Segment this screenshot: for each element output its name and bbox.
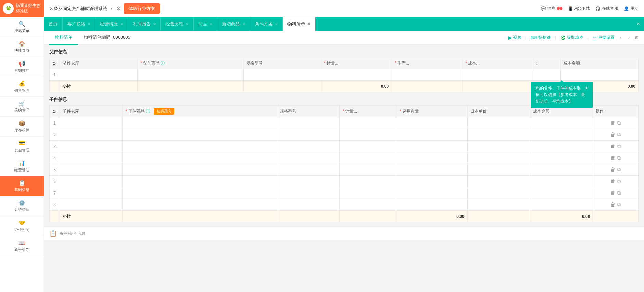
sidebar-item-search[interactable]: 🔍 搜索菜单: [0, 17, 44, 37]
tab-close-bom[interactable]: ×: [308, 22, 310, 26]
list-icon: ☰: [593, 35, 597, 40]
logo-icon: 🍀: [3, 3, 14, 14]
sidebar-nav: 🔍 搜索菜单 🏠 快捷导航 📢 营销推广 💰 销售管理 🛒 采购管理 📦 库存核…: [0, 17, 44, 292]
child-row-1-unit[interactable]: [340, 117, 397, 129]
parent-row-1-warehouse[interactable]: [60, 69, 138, 81]
delete-icon[interactable]: 🗑: [610, 202, 615, 208]
sidebar-item-enterprise[interactable]: 🤝 企业协同: [0, 216, 44, 236]
system-dropdown-icon[interactable]: ▼: [110, 7, 113, 10]
sidebar-item-quick-nav[interactable]: 🏠 快捷导航: [0, 37, 44, 57]
copy-icon[interactable]: ⧉: [617, 120, 621, 126]
sidebar-item-ops[interactable]: 📊 经营管理: [0, 156, 44, 176]
parent-row-1-spec[interactable]: [243, 69, 321, 81]
copy-icon[interactable]: ⧉: [617, 132, 621, 138]
child-th-unit: * 计量...: [340, 106, 397, 117]
tab-close-ops-history[interactable]: ×: [186, 22, 188, 26]
parent-row-1-goods[interactable]: [138, 69, 244, 81]
tab-close-ops-status[interactable]: ×: [121, 22, 123, 26]
toolbar-shortcut[interactable]: ⌨ 快捷键: [531, 35, 551, 40]
sidebar-item-marketing[interactable]: 📢 营销推广: [0, 57, 44, 77]
child-th-settings[interactable]: ⚙: [50, 106, 60, 117]
service-action[interactable]: 🎧 在线客服: [595, 5, 618, 11]
parent-row-1-cost[interactable]: [462, 69, 533, 81]
tooltip-close-btn[interactable]: ×: [585, 85, 588, 92]
tab-customer[interactable]: 客户联络 ×: [63, 17, 95, 31]
parent-row-1-produce[interactable]: [392, 69, 462, 81]
parent-row-1-unit[interactable]: [321, 69, 392, 81]
delete-icon[interactable]: 🗑: [610, 167, 615, 173]
sidebar-item-finance[interactable]: 💳 资金管理: [0, 137, 44, 156]
delete-icon[interactable]: 🗑: [610, 120, 615, 126]
app-action[interactable]: 📱 App下载: [568, 5, 590, 11]
tab-close-goods[interactable]: ×: [210, 22, 212, 26]
child-subtotal-label: 小计: [60, 211, 123, 222]
sidebar-item-inventory[interactable]: 📦 库存核算: [0, 117, 44, 137]
system-icon: ⚙️: [18, 200, 25, 206]
sub-tab-bom-code[interactable]: 物料清单编码 0000005: [78, 31, 136, 45]
tab-close-customer[interactable]: ×: [88, 22, 90, 26]
child-row-1-goods[interactable]: [123, 117, 277, 129]
sidebar-item-guide[interactable]: 📖 新手引导: [0, 236, 44, 256]
parent-row-1-cost-amount: [560, 69, 638, 81]
tab-close-barcode[interactable]: ×: [275, 22, 277, 26]
layout-icon[interactable]: ⊞: [635, 35, 639, 40]
child-row-1-qty[interactable]: [397, 117, 467, 129]
copy-icon[interactable]: ⧉: [617, 202, 621, 208]
message-action[interactable]: 💬 消息 6: [541, 5, 562, 11]
tab-bom[interactable]: 物料清单 ×: [283, 17, 315, 31]
sidebar-item-sales[interactable]: 💰 销售管理: [0, 77, 44, 97]
toolbar-view[interactable]: ▶ 视频: [508, 35, 521, 40]
copy-icon[interactable]: ⧉: [617, 190, 621, 196]
tab-close-new-goods[interactable]: ×: [243, 22, 245, 26]
child-row-6: 6 🗑⧉: [50, 176, 639, 187]
toolbar-settings[interactable]: ☰ 单据设置: [593, 35, 615, 40]
toolbar-cost[interactable]: 💲 提取成本: [560, 35, 583, 40]
child-row-1: 1 🗑⧉: [50, 117, 639, 129]
copy-icon[interactable]: ⧉: [617, 167, 621, 173]
tab-close-profit[interactable]: ×: [153, 22, 156, 26]
parent-subtotal-empty1: [138, 81, 244, 92]
child-row-1-spec[interactable]: [277, 117, 339, 129]
tab-goods[interactable]: 商品 ×: [194, 17, 217, 31]
tab-home[interactable]: 首页: [44, 17, 63, 31]
guide-icon: 📖: [18, 240, 25, 246]
delete-icon[interactable]: 🗑: [610, 132, 615, 138]
tab-profit[interactable]: 利润报告 ×: [128, 17, 161, 31]
copy-icon[interactable]: ⧉: [617, 155, 621, 161]
child-row-8-action: 🗑⧉: [593, 199, 639, 211]
tab-barcode[interactable]: 条码方案 ×: [250, 17, 283, 31]
nav-prev-btn[interactable]: ‹: [619, 35, 623, 40]
child-row-1-warehouse[interactable]: [60, 117, 123, 129]
scan-btn[interactable]: 扫码录入: [154, 108, 174, 115]
bottom-hint-text: 备注/参考信息: [60, 231, 85, 236]
child-th-spec: 规格型号: [277, 106, 339, 117]
sidebar-item-purchase[interactable]: 🛒 采购管理: [0, 97, 44, 117]
delete-icon[interactable]: 🗑: [610, 190, 615, 196]
copy-icon[interactable]: ⧉: [617, 178, 621, 184]
parent-th-unit: * 计量...: [321, 58, 392, 69]
parent-th-settings[interactable]: ⚙: [50, 58, 60, 69]
parent-th-cost: * 成本...: [462, 58, 533, 69]
delete-icon[interactable]: 🗑: [610, 143, 615, 149]
search-icon: 🔍: [18, 21, 25, 27]
nav-next-btn[interactable]: ›: [627, 35, 631, 40]
user-action[interactable]: 👤 用友: [624, 5, 639, 11]
tab-new-goods[interactable]: 新增商品 ×: [217, 17, 250, 31]
tab-ops-history[interactable]: 经营历程 ×: [161, 17, 193, 31]
child-row-1-unit-cost[interactable]: [467, 117, 530, 129]
parent-subtotal-empty4: [462, 81, 533, 92]
sub-tab-bom-list[interactable]: 物料清单: [49, 31, 78, 45]
content-wrapper: 物料清单 物料清单编码 0000005 ▶ 视频 | ⌨ 快捷键: [44, 31, 644, 240]
try-btn[interactable]: 体验行业方案: [124, 3, 160, 14]
delete-icon[interactable]: 🗑: [610, 178, 615, 184]
delete-icon[interactable]: 🗑: [610, 155, 615, 161]
phone-icon: 📱: [568, 6, 573, 11]
main-area: 装备及固定资产辅助管理系统 ▼ ⚙ 体验行业方案 💬 消息 6 📱 App下载 …: [44, 0, 644, 292]
settings-icon[interactable]: ⚙: [116, 5, 121, 12]
child-th-qty: * 需用数量: [397, 106, 467, 117]
tab-ops-status[interactable]: 经营情况 ×: [95, 17, 128, 31]
sidebar-item-system[interactable]: ⚙️ 系统管理: [0, 196, 44, 216]
tab-bar-close-all[interactable]: ×: [633, 21, 644, 27]
sidebar-item-basic[interactable]: 📋 基础信息: [0, 176, 44, 196]
copy-icon[interactable]: ⧉: [617, 143, 621, 149]
